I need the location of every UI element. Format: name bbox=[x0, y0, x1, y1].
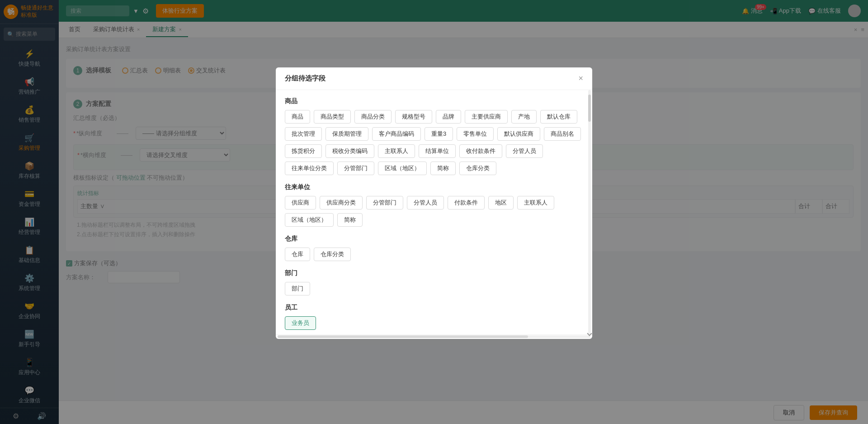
tag-pay-terms2[interactable]: 付款条件 bbox=[448, 196, 485, 210]
tag-short-name2[interactable]: 简称 bbox=[337, 213, 363, 227]
tag-from-unit-cat[interactable]: 往来单位分类 bbox=[285, 162, 334, 175]
tag-main-supplier[interactable]: 主要供应商 bbox=[465, 110, 508, 124]
tag-wh[interactable]: 仓库 bbox=[285, 248, 310, 261]
hscrollbar-track bbox=[278, 335, 590, 338]
tag-supplier[interactable]: 供应商 bbox=[285, 196, 316, 210]
tag-main-contact2[interactable]: 主联系人 bbox=[517, 196, 554, 210]
tag-weight3[interactable]: 重量3 bbox=[425, 127, 453, 141]
section-employee: 员工 业务员 bbox=[285, 304, 583, 330]
modal-body: 商品 商品 商品类型 商品分类 规格型号 品牌 主要供应商 产地 默认仓库 批次… bbox=[276, 90, 592, 334]
modal-vscrollbar[interactable] bbox=[588, 90, 591, 334]
tag-quality[interactable]: 保质期管理 bbox=[326, 127, 368, 141]
tag-customer-code[interactable]: 客户商品编码 bbox=[372, 127, 421, 141]
department-tags: 部门 bbox=[285, 282, 583, 295]
warehouse-tags: 仓库 仓库分类 bbox=[285, 248, 583, 261]
modal-overlay: 分组待选字段 × 商品 商品 商品类型 商品分类 规格型号 品牌 主要供应商 产… bbox=[0, 0, 868, 424]
tag-category[interactable]: 商品分类 bbox=[354, 110, 392, 124]
modal-header: 分组待选字段 × bbox=[276, 67, 592, 90]
section-department-title: 部门 bbox=[285, 269, 583, 277]
section-warehouse: 仓库 仓库 仓库分类 bbox=[285, 235, 583, 261]
tag-region[interactable]: 区域（地区） bbox=[378, 162, 427, 175]
section-product-title: 商品 bbox=[285, 97, 583, 105]
tag-pick-points[interactable]: 拣货积分 bbox=[285, 144, 322, 158]
modal-close-button[interactable]: × bbox=[578, 74, 583, 83]
partner-tags: 供应商 供应商分类 分管部门 分管人员 付款条件 地区 主联系人 区域（地区） … bbox=[285, 196, 583, 227]
section-product: 商品 商品 商品类型 商品分类 规格型号 品牌 主要供应商 产地 默认仓库 批次… bbox=[285, 97, 583, 175]
section-warehouse-title: 仓库 bbox=[285, 235, 583, 243]
field-selector-modal: 分组待选字段 × 商品 商品 商品类型 商品分类 规格型号 品牌 主要供应商 产… bbox=[276, 67, 592, 339]
tag-short-name[interactable]: 简称 bbox=[430, 162, 456, 175]
tag-origin[interactable]: 产地 bbox=[511, 110, 537, 124]
tag-warehouse-cat[interactable]: 仓库分类 bbox=[459, 162, 496, 175]
tag-salesman[interactable]: 业务员 bbox=[285, 316, 316, 330]
section-partner-title: 往来单位 bbox=[285, 183, 583, 191]
tag-default-supplier[interactable]: 默认供应商 bbox=[497, 127, 540, 141]
modal-hscrollbar[interactable] bbox=[276, 334, 592, 339]
section-employee-title: 员工 bbox=[285, 304, 583, 312]
tag-spec-type[interactable]: 规格型号 bbox=[395, 110, 432, 124]
employee-tags: 业务员 bbox=[285, 316, 583, 330]
modal-title: 分组待选字段 bbox=[285, 74, 326, 83]
tag-dept3[interactable]: 部门 bbox=[285, 282, 310, 295]
tag-dept2[interactable]: 分管部门 bbox=[366, 196, 403, 210]
tag-alias[interactable]: 商品别名 bbox=[544, 127, 581, 141]
tag-commodity[interactable]: 商品 bbox=[285, 110, 310, 124]
product-tags: 商品 商品类型 商品分类 规格型号 品牌 主要供应商 产地 默认仓库 批次管理 … bbox=[285, 110, 583, 175]
tag-type[interactable]: 商品类型 bbox=[314, 110, 351, 124]
tag-dept[interactable]: 分管部门 bbox=[337, 162, 374, 175]
tag-brand[interactable]: 品牌 bbox=[436, 110, 461, 124]
tag-supplier-cat[interactable]: 供应商分类 bbox=[320, 196, 363, 210]
tag-main-contact[interactable]: 主联系人 bbox=[378, 144, 415, 158]
tag-manager[interactable]: 分管人员 bbox=[506, 144, 543, 158]
tag-default-warehouse[interactable]: 默认仓库 bbox=[540, 110, 577, 124]
tag-tax-code[interactable]: 税收分类编码 bbox=[326, 144, 374, 158]
tag-settle-unit[interactable]: 结算单位 bbox=[419, 144, 456, 158]
tag-batch[interactable]: 批次管理 bbox=[285, 127, 322, 141]
tag-pay-terms[interactable]: 收付款条件 bbox=[459, 144, 502, 158]
hscrollbar-thumb bbox=[278, 335, 528, 338]
tag-region-area[interactable]: 区域（地区） bbox=[285, 213, 334, 227]
tag-wh-cat[interactable]: 仓库分类 bbox=[314, 248, 351, 261]
tag-dept-person[interactable]: 分管人员 bbox=[407, 196, 444, 210]
tag-region2[interactable]: 地区 bbox=[488, 196, 514, 210]
tag-retail-unit[interactable]: 零售单位 bbox=[457, 127, 494, 141]
section-partner: 往来单位 供应商 供应商分类 分管部门 分管人员 付款条件 地区 主联系人 区域… bbox=[285, 183, 583, 227]
vscrollbar-thumb bbox=[588, 95, 591, 122]
section-department: 部门 部门 bbox=[285, 269, 583, 295]
